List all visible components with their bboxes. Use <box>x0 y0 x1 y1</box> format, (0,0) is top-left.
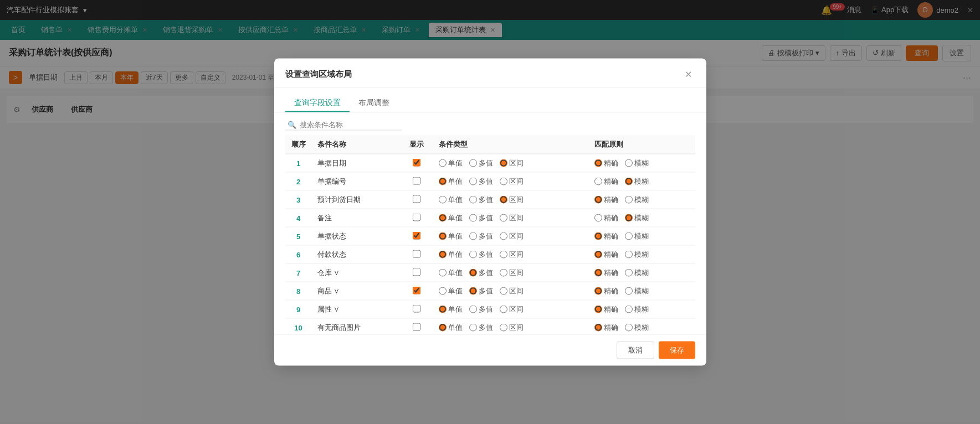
modal-close-button[interactable]: ✕ <box>682 68 695 81</box>
radio-match-模糊-5[interactable]: 模糊 <box>625 250 649 260</box>
modal-header: 设置查询区域布局 ✕ <box>274 59 706 88</box>
row-order-0: 1 <box>285 154 312 172</box>
modal-table: 顺序 条件名称 显示 条件类型 匹配原则 1单据日期单值多值区间精确模糊2单据编… <box>285 135 695 334</box>
radio-type-多值-9[interactable]: 多值 <box>469 323 493 333</box>
row-check-2[interactable] <box>400 190 433 209</box>
radio-match-模糊-9[interactable]: 模糊 <box>625 323 649 333</box>
save-label: 保存 <box>670 346 684 354</box>
radio-type-区间-7[interactable]: 区间 <box>500 286 524 296</box>
radio-match-模糊-1[interactable]: 模糊 <box>625 177 649 187</box>
row-name-3: 备注 <box>312 209 400 227</box>
modal-tab-layout[interactable]: 布局调整 <box>350 95 398 112</box>
radio-type-单值-4[interactable]: 单值 <box>439 231 463 241</box>
radio-type-多值-3[interactable]: 多值 <box>469 213 493 223</box>
radio-match-精确-7[interactable]: 精确 <box>594 286 618 296</box>
row-check-3[interactable] <box>400 209 433 227</box>
radio-type-区间-9[interactable]: 区间 <box>500 323 524 333</box>
radio-type-区间-1[interactable]: 区间 <box>500 177 524 187</box>
row-order-1: 2 <box>285 172 312 190</box>
radio-type-多值-0[interactable]: 多值 <box>469 158 493 168</box>
row-checkbox-9[interactable] <box>413 323 420 330</box>
row-checkbox-8[interactable] <box>413 304 420 312</box>
radio-match-精确-2[interactable]: 精确 <box>594 195 618 205</box>
row-type-1: 单值多值区间 <box>433 172 589 190</box>
radio-match-精确-4[interactable]: 精确 <box>594 231 618 241</box>
radio-type-单值-3[interactable]: 单值 <box>439 213 463 223</box>
radio-type-多值-5[interactable]: 多值 <box>469 250 493 260</box>
radio-match-模糊-8[interactable]: 模糊 <box>625 304 649 314</box>
col-header-type: 条件类型 <box>433 135 589 154</box>
modal-dialog: 设置查询区域布局 ✕ 查询字段设置 布局调整 🔍 <box>274 59 706 366</box>
radio-type-单值-0[interactable]: 单值 <box>439 158 463 168</box>
cancel-button[interactable]: 取消 <box>617 342 654 359</box>
radio-match-精确-0[interactable]: 精确 <box>594 158 618 168</box>
radio-match-模糊-6[interactable]: 模糊 <box>625 268 649 278</box>
table-row: 2单据编号单值多值区间精确模糊 <box>285 172 695 190</box>
row-check-8[interactable] <box>400 300 433 318</box>
row-checkbox-2[interactable] <box>413 195 420 203</box>
radio-match-精确-9[interactable]: 精确 <box>594 323 618 333</box>
table-row: 5单据状态单值多值区间精确模糊 <box>285 227 695 245</box>
row-match-6: 精确模糊 <box>589 263 695 282</box>
radio-type-单值-9[interactable]: 单值 <box>439 323 463 333</box>
modal-title: 设置查询区域布局 <box>285 69 352 79</box>
radio-type-区间-3[interactable]: 区间 <box>500 213 524 223</box>
radio-type-多值-8[interactable]: 多值 <box>469 304 493 314</box>
radio-match-精确-6[interactable]: 精确 <box>594 268 618 278</box>
radio-type-单值-8[interactable]: 单值 <box>439 304 463 314</box>
radio-type-多值-4[interactable]: 多值 <box>469 231 493 241</box>
row-checkbox-7[interactable] <box>413 286 420 294</box>
radio-type-多值-7[interactable]: 多值 <box>469 286 493 296</box>
row-check-9[interactable] <box>400 318 433 334</box>
radio-match-精确-5[interactable]: 精确 <box>594 250 618 260</box>
row-checkbox-0[interactable] <box>413 158 420 166</box>
radio-match-模糊-3[interactable]: 模糊 <box>625 213 649 223</box>
table-row: 9属性 ∨单值多值区间精确模糊 <box>285 300 695 318</box>
row-check-7[interactable] <box>400 282 433 300</box>
col-header-name: 条件名称 <box>312 135 400 154</box>
row-name-7: 商品 ∨ <box>312 282 400 300</box>
radio-type-区间-4[interactable]: 区间 <box>500 231 524 241</box>
row-match-3: 精确模糊 <box>589 209 695 227</box>
save-button[interactable]: 保存 <box>659 342 695 359</box>
row-check-0[interactable] <box>400 154 433 172</box>
radio-type-区间-2[interactable]: 区间 <box>500 195 524 205</box>
radio-match-精确-3[interactable]: 精确 <box>594 213 618 223</box>
modal-tab-fields[interactable]: 查询字段设置 <box>285 95 350 112</box>
modal-tab-fields-label: 查询字段设置 <box>294 98 341 107</box>
radio-type-区间-6[interactable]: 区间 <box>500 268 524 278</box>
row-order-7: 8 <box>285 282 312 300</box>
radio-match-精确-8[interactable]: 精确 <box>594 304 618 314</box>
radio-match-模糊-0[interactable]: 模糊 <box>625 158 649 168</box>
row-check-5[interactable] <box>400 245 433 263</box>
row-order-5: 6 <box>285 245 312 263</box>
row-type-9: 单值多值区间 <box>433 318 589 334</box>
radio-type-单值-1[interactable]: 单值 <box>439 177 463 187</box>
radio-type-多值-6[interactable]: 多值 <box>469 268 493 278</box>
radio-type-单值-6[interactable]: 单值 <box>439 268 463 278</box>
radio-type-单值-2[interactable]: 单值 <box>439 195 463 205</box>
row-checkbox-6[interactable] <box>413 268 420 276</box>
radio-match-模糊-7[interactable]: 模糊 <box>625 286 649 296</box>
radio-type-单值-7[interactable]: 单值 <box>439 286 463 296</box>
search-input[interactable] <box>300 121 399 129</box>
radio-type-单值-5[interactable]: 单值 <box>439 250 463 260</box>
radio-match-模糊-2[interactable]: 模糊 <box>625 195 649 205</box>
radio-type-多值-2[interactable]: 多值 <box>469 195 493 205</box>
row-checkbox-4[interactable] <box>413 231 420 239</box>
modal-close-icon: ✕ <box>685 69 692 79</box>
radio-match-精确-1[interactable]: 精确 <box>594 177 618 187</box>
row-checkbox-1[interactable] <box>413 177 420 184</box>
row-check-4[interactable] <box>400 227 433 245</box>
radio-type-多值-1[interactable]: 多值 <box>469 177 493 187</box>
radio-type-区间-5[interactable]: 区间 <box>500 250 524 260</box>
radio-match-模糊-4[interactable]: 模糊 <box>625 231 649 241</box>
radio-type-区间-0[interactable]: 区间 <box>500 158 524 168</box>
row-checkbox-5[interactable] <box>413 250 420 257</box>
radio-type-区间-8[interactable]: 区间 <box>500 304 524 314</box>
row-name-6: 仓库 ∨ <box>312 263 400 282</box>
row-check-6[interactable] <box>400 263 433 282</box>
row-order-9: 10 <box>285 318 312 334</box>
row-checkbox-3[interactable] <box>413 213 420 221</box>
row-check-1[interactable] <box>400 172 433 190</box>
